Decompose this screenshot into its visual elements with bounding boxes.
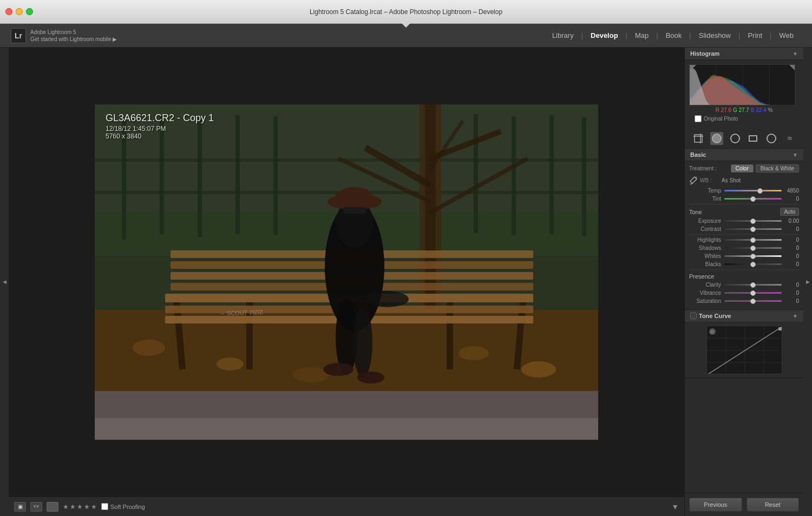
clarity-slider-track[interactable] bbox=[724, 284, 782, 286]
whites-slider-thumb[interactable] bbox=[750, 254, 756, 259]
nav-map[interactable]: Map bbox=[627, 29, 656, 42]
adjustment-brush-icon bbox=[767, 134, 776, 143]
right-arrow-icon: ▶ bbox=[806, 279, 810, 285]
nav-print[interactable]: Print bbox=[740, 29, 770, 42]
svg-point-48 bbox=[365, 291, 409, 307]
histogram-collapse-icon: ▼ bbox=[793, 51, 798, 57]
histogram-rgb-info: R 27.6 G 27.7 B 22.4 % bbox=[689, 107, 799, 113]
clarity-value: 0 bbox=[782, 282, 799, 288]
flag-button[interactable] bbox=[47, 502, 58, 512]
filmstrip-toggle[interactable]: ▼ bbox=[671, 502, 679, 511]
shadows-slider-thumb[interactable] bbox=[750, 246, 756, 251]
color-treatment-btn[interactable]: Color bbox=[731, 164, 754, 173]
clarity-slider-thumb[interactable] bbox=[750, 282, 756, 288]
lr-logo-box: Lr bbox=[11, 28, 26, 43]
star-1[interactable]: ★ bbox=[63, 503, 69, 511]
temp-value: 4850 bbox=[782, 188, 799, 194]
circle-outline-icon bbox=[730, 134, 740, 143]
tone-section-title-row: Tone Auto bbox=[689, 208, 799, 216]
vibrance-value: 0 bbox=[782, 290, 799, 296]
compare-button[interactable]: YY bbox=[30, 502, 42, 512]
basic-panel-header[interactable]: Basic ▼ bbox=[685, 149, 803, 161]
blacks-slider-thumb[interactable] bbox=[750, 262, 756, 267]
exposure-slider-track[interactable] bbox=[724, 220, 782, 222]
titlebar: Lightroom 5 Catalog.lrcat – Adobe Photos… bbox=[0, 0, 812, 24]
tone-curve-tool[interactable]: ≈ bbox=[783, 132, 796, 145]
adjustment-brush-tool[interactable] bbox=[765, 132, 778, 145]
tint-slider-row: Tint 0 bbox=[689, 196, 799, 202]
tone-curve-header[interactable]: □ Tone Curve ▼ bbox=[685, 310, 803, 322]
highlights-slider-thumb[interactable] bbox=[750, 237, 756, 243]
star-4[interactable]: ★ bbox=[84, 503, 90, 511]
saturation-slider-thumb[interactable] bbox=[750, 299, 756, 304]
radial-filter-tool[interactable] bbox=[729, 132, 742, 145]
vibrance-slider-thumb[interactable] bbox=[750, 290, 756, 296]
original-photo-label: Original Photo bbox=[704, 116, 738, 122]
nav-library[interactable]: Library bbox=[545, 29, 581, 42]
view-mode-button[interactable]: ▣ bbox=[14, 502, 26, 512]
contrast-slider-thumb[interactable] bbox=[750, 227, 756, 232]
svg-rect-70 bbox=[778, 327, 782, 330]
auto-button[interactable]: Auto bbox=[780, 208, 799, 216]
lr-letter: Lr bbox=[15, 31, 22, 40]
wb-row: WB : As Shot bbox=[689, 176, 799, 184]
soft-proofing-checkbox[interactable] bbox=[101, 503, 108, 510]
exposure-label: Exposure bbox=[689, 218, 724, 224]
nav-develop[interactable]: Develop bbox=[583, 29, 626, 42]
reset-button[interactable]: Reset bbox=[746, 498, 800, 512]
whites-slider-track[interactable] bbox=[724, 255, 782, 257]
exposure-value: 0.00 bbox=[782, 218, 799, 224]
filled-circle-icon bbox=[712, 134, 722, 143]
minimize-button[interactable] bbox=[16, 8, 23, 15]
divider-1 bbox=[689, 204, 799, 204]
circle-gradient-tool[interactable] bbox=[710, 132, 723, 145]
rect-tool[interactable] bbox=[746, 132, 759, 145]
original-photo-row: Original Photo bbox=[689, 113, 799, 124]
crop-icon bbox=[693, 134, 703, 143]
hist-g-value: G 27.7 bbox=[733, 107, 749, 113]
highlights-slider-row: Highlights 0 bbox=[689, 237, 799, 243]
tint-slider-track[interactable] bbox=[724, 198, 782, 200]
maximize-button[interactable] bbox=[26, 8, 33, 15]
saturation-slider-track[interactable] bbox=[724, 300, 782, 302]
original-photo-checkbox[interactable] bbox=[695, 115, 702, 122]
star-2[interactable]: ★ bbox=[70, 503, 76, 511]
left-arrow-icon: ◀ bbox=[3, 279, 6, 285]
photo-datetime: 12/18/12 1:45:07 PM bbox=[106, 125, 214, 133]
tint-slider-thumb[interactable] bbox=[750, 196, 756, 202]
svg-rect-43 bbox=[344, 207, 365, 214]
shadows-slider-track[interactable] bbox=[724, 247, 782, 249]
nav-slideshow[interactable]: Slideshow bbox=[691, 29, 738, 42]
nav-book[interactable]: Book bbox=[658, 29, 690, 42]
star-5[interactable]: ★ bbox=[91, 503, 97, 511]
star-3[interactable]: ★ bbox=[77, 503, 83, 511]
temp-slider-thumb[interactable] bbox=[757, 188, 763, 194]
svg-rect-57 bbox=[695, 135, 702, 142]
vibrance-slider-track[interactable] bbox=[724, 292, 782, 294]
whites-label: Whites bbox=[689, 253, 724, 259]
tone-curve-collapse[interactable]: □ bbox=[690, 313, 697, 319]
crop-tool[interactable] bbox=[692, 132, 705, 145]
previous-button[interactable]: Previous bbox=[689, 498, 742, 512]
tool-icons-row: ≈ bbox=[685, 129, 803, 149]
close-button[interactable] bbox=[5, 8, 12, 15]
eyedropper-icon[interactable] bbox=[689, 176, 698, 184]
nav-web[interactable]: Web bbox=[772, 29, 802, 42]
svg-point-26 bbox=[521, 361, 556, 378]
contrast-slider-track[interactable] bbox=[724, 228, 782, 230]
whites-slider-row: Whites 0 bbox=[689, 253, 799, 259]
blacks-slider-track[interactable] bbox=[724, 263, 782, 265]
histogram-header[interactable]: Histogram ▼ bbox=[685, 48, 803, 60]
left-panel-toggle[interactable]: ◀ bbox=[0, 48, 9, 516]
blacks-value: 0 bbox=[782, 261, 799, 267]
photo-dimensions: 5760 x 3840 bbox=[106, 133, 214, 140]
temp-slider-track[interactable] bbox=[724, 190, 782, 191]
exposure-slider-thumb[interactable] bbox=[750, 219, 756, 224]
right-panel-toggle[interactable]: ▶ bbox=[803, 48, 812, 516]
logo-bottom[interactable]: Get started with Lightroom mobile ▶ bbox=[30, 36, 117, 43]
bw-treatment-btn[interactable]: Black & White bbox=[756, 164, 799, 173]
tone-curve-mode-icon[interactable]: ⊙ bbox=[709, 328, 716, 335]
histogram-svg bbox=[690, 65, 795, 105]
highlights-slider-track[interactable] bbox=[724, 239, 782, 241]
tint-value: 0 bbox=[782, 196, 799, 202]
